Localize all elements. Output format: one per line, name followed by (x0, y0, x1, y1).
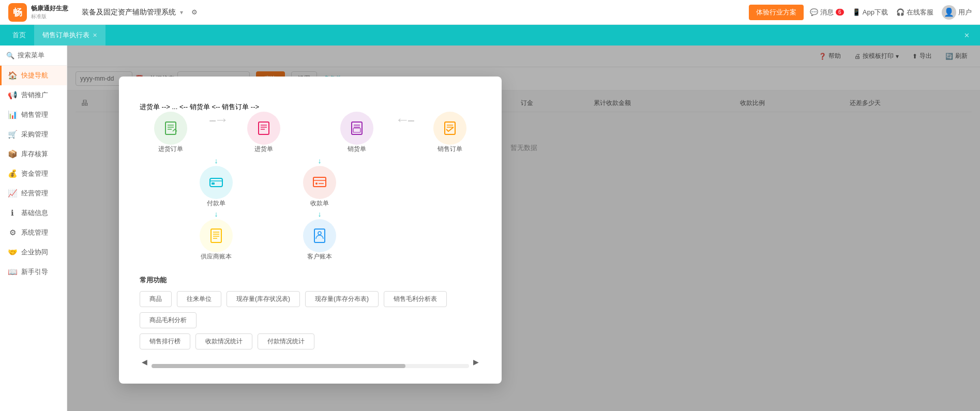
tab-sales-order-label: 销售订单执行表 (42, 31, 89, 40)
marketing-icon: 📢 (8, 90, 17, 100)
func-sales-ranking[interactable]: 销售排行榜 (140, 333, 190, 349)
settings-button[interactable]: ⚙ (187, 5, 202, 20)
svg-rect-4 (259, 122, 269, 134)
app-download-button[interactable]: 📱 App下载 (852, 8, 888, 17)
dropdown-arrow-icon[interactable]: ▾ (180, 9, 183, 16)
sidebar: 🔍 搜索菜单 🏠 快捷导航 📢 营销推广 📊 销售管理 🛒 采购管理 📦 (0, 45, 67, 411)
content-panel: ❓ 帮助 🖨 按模板打印 ▾ ⬆ 导出 🔄 刷新 (67, 45, 980, 411)
payment-bill-label: 付款单 (207, 199, 225, 208)
sales-order-col: 销售订单 (419, 112, 481, 154)
func-current-stock-status[interactable]: 现存量(库存状况表) (227, 291, 300, 307)
tab-home[interactable]: 首页 (4, 25, 34, 45)
sales-order-circle (433, 112, 466, 145)
message-icon: 💬 (810, 8, 818, 16)
logo-icon: 畅 (8, 3, 27, 22)
nav-close-right-button[interactable]: ✕ (958, 27, 976, 43)
svg-rect-27 (314, 229, 325, 242)
func-sales-profit-analysis[interactable]: 销售毛利分析表 (384, 291, 447, 307)
arrow-pb-down: ↓ (215, 157, 218, 165)
purchase-bill-node[interactable]: 进货单 (233, 112, 295, 154)
payment-bill-circle (200, 166, 233, 199)
user-avatar: 👤 (942, 5, 956, 20)
close-tab-icon[interactable]: ✕ (93, 32, 97, 39)
sidebar-item-system[interactable]: ⚙ 系统管理 (0, 223, 67, 242)
tab-sales-order[interactable]: 销售订单执行表 ✕ (34, 25, 105, 45)
message-badge: 6 (836, 9, 844, 16)
svg-rect-12 (445, 122, 455, 134)
tab-home-label: 首页 (12, 31, 26, 40)
user-area[interactable]: 👤 用户 (942, 5, 972, 20)
purchase-order-node[interactable]: 进货订单 (140, 112, 202, 154)
sidebar-basic-info-label: 基础信息 (21, 208, 48, 218)
arrow-receipt-down: ↓ (318, 210, 322, 218)
sales-order-node[interactable]: 销售订单 (419, 112, 481, 154)
sidebar-item-shortcuts[interactable]: 🏠 快捷导航 (0, 66, 67, 85)
sidebar-item-enterprise[interactable]: 🤝 企业协同 (0, 242, 67, 262)
common-functions: 常用功能 商品 往来单位 现存量(库存状况表) 现存量(库存分布表) 销售毛利分… (140, 276, 481, 349)
func-partners[interactable]: 往来单位 (177, 291, 221, 307)
receipt-bill-label: 收款单 (310, 199, 329, 208)
receipt-bill-node[interactable]: 收款单 (289, 166, 351, 208)
system-name: 装备及固定资产辅助管理系统 (82, 8, 176, 17)
func-goods[interactable]: 商品 (140, 291, 172, 307)
scroll-left-icon[interactable]: ◀ (140, 358, 149, 366)
online-service-button[interactable]: 🎧 在线客服 (896, 8, 933, 17)
sales-bill-node[interactable]: 销货单 (326, 112, 388, 154)
shortcuts-icon: 🏠 (8, 71, 17, 80)
supplier-ledger-circle (200, 219, 233, 252)
sidebar-item-sales[interactable]: 📊 销售管理 (0, 105, 67, 125)
guide-icon: 📖 (8, 267, 17, 277)
customer-ledger-node[interactable]: 客户账本 (289, 219, 351, 261)
logo-title: 畅康通好生意 (31, 4, 68, 13)
svg-rect-18 (211, 229, 221, 242)
sidebar-system-label: 系统管理 (21, 228, 48, 237)
purchase-order-label: 进货订单 (158, 145, 183, 154)
system-icon: ⚙ (8, 228, 17, 237)
sales-bill-col: 销货单 (326, 112, 388, 154)
purchase-bill-circle (247, 112, 280, 145)
user-label: 用户 (958, 8, 972, 17)
sidebar-item-inventory[interactable]: 📦 库存核算 (0, 144, 67, 164)
inventory-icon: 📦 (8, 149, 17, 159)
svg-point-25 (315, 182, 318, 185)
sidebar-item-purchase[interactable]: 🛒 采购管理 (0, 125, 67, 144)
message-button[interactable]: 💬 消息 6 (810, 8, 844, 17)
supplier-ledger-label: 供应商账本 (201, 252, 232, 261)
sidebar-item-finance[interactable]: 💰 资金管理 (0, 164, 67, 184)
func-goods-profit[interactable]: 商品毛利分析 (140, 312, 197, 328)
arrow-sb-down: ↓ (318, 157, 322, 165)
app-container: 畅 畅康通好生意 标准版 装备及固定资产辅助管理系统 ▾ ⚙ 体验行业方案 💬 … (0, 0, 980, 411)
sidebar-operations-label: 经营管理 (21, 189, 48, 198)
svg-rect-17 (212, 182, 215, 185)
purchase-order-col: 进货订单 (140, 112, 202, 154)
func-receipt-stats[interactable]: 收款情况统计 (195, 333, 252, 349)
logo-subtitle: 标准版 (31, 13, 68, 20)
sidebar-search-label: 搜索菜单 (18, 51, 44, 60)
modal-overlay: 进货单 --> ... <-- 销货单 <-- 销售订单 --> 进货订单 (67, 45, 980, 411)
logo-text: 畅康通好生意 标准版 (31, 4, 68, 20)
func-current-stock-dist[interactable]: 现存量(库存分布表) (305, 291, 379, 307)
supplier-ledger-node[interactable]: 供应商账本 (185, 219, 247, 261)
sidebar-item-guide[interactable]: 📖 新手引导 (0, 262, 67, 282)
sidebar-item-operations[interactable]: 📈 经营管理 (0, 184, 67, 203)
sales-bill-circle (340, 112, 373, 145)
payment-bill-node[interactable]: 付款单 (185, 166, 247, 208)
svg-rect-0 (165, 122, 176, 134)
purchase-icon: 🛒 (8, 130, 17, 139)
purchase-order-circle (154, 112, 187, 145)
func-payment-stats[interactable]: 付款情况统计 (258, 333, 314, 349)
scroll-right-icon[interactable]: ▶ (471, 358, 481, 366)
main-area: 🔍 搜索菜单 🏠 快捷导航 📢 营销推广 📊 销售管理 🛒 采购管理 📦 (0, 45, 980, 411)
nav-tabs: 首页 销售订单执行表 ✕ ✕ (0, 25, 980, 45)
top-bar: 畅 畅康通好生意 标准版 装备及固定资产辅助管理系统 ▾ ⚙ 体验行业方案 💬 … (0, 0, 980, 25)
sidebar-item-marketing[interactable]: 📢 营销推广 (0, 85, 67, 105)
modal-scrollbar[interactable] (152, 364, 469, 368)
trial-button[interactable]: 体验行业方案 (749, 5, 804, 20)
sidebar-item-basic-info[interactable]: ℹ 基础信息 (0, 203, 67, 223)
sidebar-search[interactable]: 🔍 搜索菜单 (0, 45, 67, 66)
customer-ledger-circle (303, 219, 336, 252)
system-title-area: 装备及固定资产辅助管理系统 ▾ ⚙ (82, 5, 743, 20)
sidebar-sales-label: 销售管理 (21, 110, 48, 119)
sidebar-finance-label: 资金管理 (21, 169, 48, 178)
purchase-bill-label: 进货单 (254, 145, 273, 154)
